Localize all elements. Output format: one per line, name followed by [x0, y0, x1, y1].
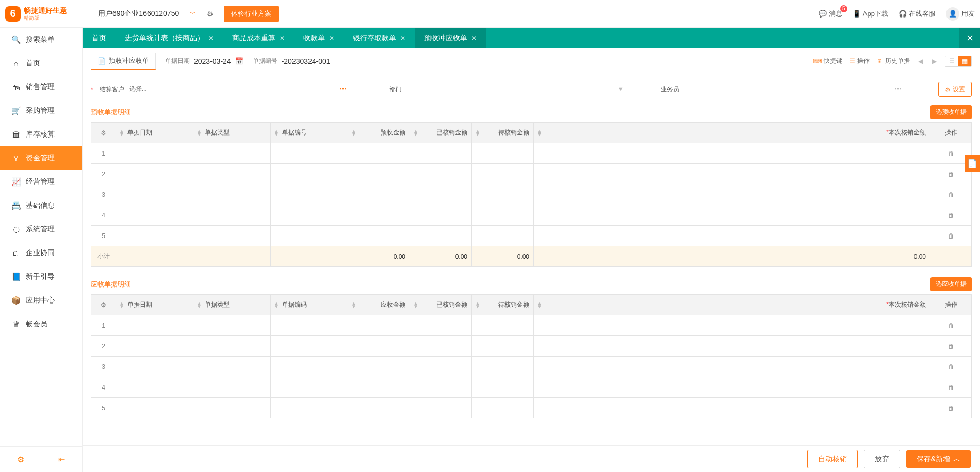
chevron-down-icon[interactable]: ﹀ [189, 9, 197, 19]
col-config-icon[interactable]: ⚙ [101, 129, 106, 137]
table-row[interactable]: 2🗑 [91, 164, 972, 184]
delete-icon[interactable]: 🗑 [948, 212, 954, 219]
sort-icon[interactable]: ▲▼ [351, 130, 356, 136]
sidebar-item-12[interactable]: ♛畅会员 [0, 312, 82, 336]
select-receivable-button[interactable]: 选应收单据 [930, 277, 972, 291]
sort-icon[interactable]: ▲▼ [274, 302, 279, 308]
table-row[interactable]: 4🗑 [91, 205, 972, 226]
dept-input[interactable] [407, 85, 618, 93]
section2-title: 应收单据明细 [91, 280, 131, 289]
sales-input[interactable] [684, 85, 894, 93]
delete-icon[interactable]: 🗑 [948, 232, 954, 240]
right-float-tab[interactable]: 📄 [965, 155, 980, 172]
sidebar-item-10[interactable]: 📘新手引导 [0, 265, 82, 289]
delete-icon[interactable]: 🗑 [948, 171, 954, 178]
close-all-tabs[interactable]: ✕ [959, 28, 980, 48]
table-row[interactable]: 3🗑 [91, 184, 972, 205]
download-link[interactable]: 📱 App下载 [853, 9, 888, 19]
sort-icon[interactable]: ▲▼ [413, 130, 418, 136]
calendar-icon[interactable]: 📅 [235, 57, 243, 65]
settings-button[interactable]: ⚙设置 [938, 82, 972, 97]
footer-gear-icon[interactable]: ⚙ [17, 454, 24, 464]
table-row[interactable]: 5🗑 [91, 398, 972, 418]
sort-icon[interactable]: ▲▼ [537, 302, 542, 308]
tab-2[interactable]: 商品成本重算✕ [223, 28, 294, 48]
delete-icon[interactable]: 🗑 [948, 150, 954, 157]
delete-icon[interactable]: 🗑 [948, 404, 954, 412]
sort-icon[interactable]: ▲▼ [475, 302, 480, 308]
view-form-icon[interactable]: ▦ [958, 56, 971, 66]
sort-icon[interactable]: ▲▼ [475, 130, 480, 136]
save-new-button[interactable]: 保存&新增︿ [906, 450, 971, 468]
sort-icon[interactable]: ▲▼ [197, 302, 202, 308]
sidebar-label: 首页 [26, 59, 40, 68]
col-config-icon[interactable]: ⚙ [101, 301, 106, 309]
close-icon[interactable]: ✕ [400, 35, 405, 42]
table-row[interactable]: 1🗑 [91, 143, 972, 164]
user-menu[interactable]: 👤 用友 [946, 7, 975, 21]
tab-0[interactable]: 首页 [83, 28, 116, 48]
table-row[interactable]: 1🗑 [91, 315, 972, 336]
customer-field: * 结算客户 ⋯ [91, 85, 346, 94]
tab-1[interactable]: 进货单统计表（按商品）✕ [116, 28, 223, 48]
sidebar-item-4[interactable]: 🏛库存核算 [0, 123, 82, 146]
tab-3[interactable]: 收款单✕ [294, 28, 344, 48]
close-icon[interactable]: ✕ [280, 35, 285, 42]
sort-icon[interactable]: ▲▼ [119, 302, 124, 308]
sidebar-item-0[interactable]: 🔍搜索菜单 [0, 28, 82, 52]
user-label: 用友 [961, 9, 975, 19]
history-link[interactable]: 🗎历史单据 [877, 57, 910, 65]
delete-icon[interactable]: 🗑 [948, 384, 954, 391]
operation-link[interactable]: ☰操作 [850, 57, 870, 65]
table-row[interactable]: 4🗑 [91, 377, 972, 398]
sidebar-icon: 📇 [11, 201, 21, 210]
table-row[interactable]: 5🗑 [91, 226, 972, 246]
sort-icon[interactable]: ▲▼ [197, 130, 202, 136]
table-row[interactable]: 3🗑 [91, 357, 972, 377]
sidebar-item-6[interactable]: 📈经营管理 [0, 170, 82, 194]
close-icon[interactable]: ✕ [208, 35, 214, 42]
sort-icon[interactable]: ▲▼ [351, 302, 356, 308]
gear-icon[interactable]: ⚙ [207, 10, 214, 18]
tab-4[interactable]: 银行存取款单✕ [344, 28, 415, 48]
sidebar-item-9[interactable]: 🗂企业协同 [0, 241, 82, 265]
sidebar-label: 基础信息 [26, 201, 55, 210]
sidebar-item-1[interactable]: ⌂首页 [0, 52, 82, 75]
service-link[interactable]: 🎧 在线客服 [899, 9, 936, 19]
prev-doc-icon[interactable]: ◀ [917, 58, 924, 65]
footer-collapse-icon[interactable]: ⇤ [58, 454, 65, 464]
sidebar-item-3[interactable]: 🛒采购管理 [0, 99, 82, 123]
company-selector[interactable]: 用户690企业1660120750 [98, 9, 179, 19]
doc-tab[interactable]: 📄 预收冲应收单 [91, 53, 156, 70]
next-doc-icon[interactable]: ▶ [931, 58, 938, 65]
view-list-icon[interactable]: ☰ [945, 56, 958, 66]
sidebar-item-2[interactable]: 🛍销售管理 [0, 75, 82, 99]
delete-icon[interactable]: 🗑 [948, 343, 954, 350]
select-prepay-button[interactable]: 选预收单据 [930, 105, 972, 119]
sort-icon[interactable]: ▲▼ [119, 130, 124, 136]
close-icon[interactable]: ✕ [329, 35, 334, 42]
sidebar-item-11[interactable]: 📦应用中心 [0, 289, 82, 312]
shortcut-link[interactable]: ⌨快捷键 [813, 57, 842, 65]
sidebar-item-5[interactable]: ¥资金管理 [0, 146, 82, 170]
delete-icon[interactable]: 🗑 [948, 322, 954, 329]
close-icon[interactable]: ✕ [471, 35, 477, 42]
delete-icon[interactable]: 🗑 [948, 191, 954, 198]
date-value[interactable]: 2023-03-24 [194, 57, 231, 65]
sort-icon[interactable]: ▲▼ [537, 130, 542, 136]
sidebar-item-8[interactable]: ◌系统管理 [0, 217, 82, 241]
sales-picker-icon[interactable]: ⋯ [894, 85, 901, 93]
experience-button[interactable]: 体验行业方案 [224, 6, 279, 22]
auto-verify-button[interactable]: 自动核销 [807, 450, 858, 468]
table-row[interactable]: 2🗑 [91, 336, 972, 357]
sort-icon[interactable]: ▲▼ [274, 130, 279, 136]
customer-picker-icon[interactable]: ⋯ [339, 85, 346, 93]
sidebar-item-7[interactable]: 📇基础信息 [0, 194, 82, 217]
delete-icon[interactable]: 🗑 [948, 363, 954, 370]
discard-button[interactable]: 放弃 [864, 450, 900, 468]
customer-input[interactable] [129, 85, 339, 92]
dept-dropdown-icon[interactable]: ▼ [618, 86, 624, 92]
message-link[interactable]: 💬 消息 5 [819, 9, 842, 19]
sort-icon[interactable]: ▲▼ [413, 302, 418, 308]
tab-5[interactable]: 预收冲应收单✕ [415, 28, 486, 48]
